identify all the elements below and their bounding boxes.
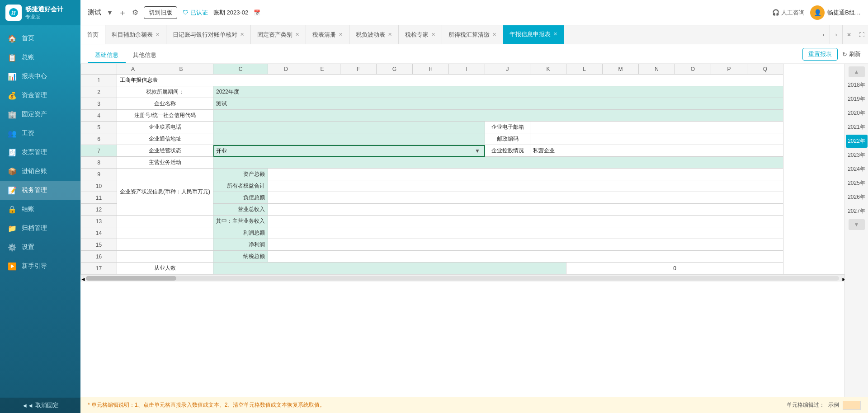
year-item-2021[interactable]: 2021年: [846, 121, 868, 134]
horizontal-scrollbar[interactable]: ◄ ►: [80, 274, 844, 282]
tab-income-tax[interactable]: 所得税汇算清缴 ✕: [442, 25, 503, 44]
tab-next-button[interactable]: ›: [830, 25, 843, 44]
col-header-b[interactable]: B: [149, 64, 213, 75]
sidebar-collapse-toggle[interactable]: ◄◄ 取消固定: [0, 398, 80, 413]
col-header-d[interactable]: D: [268, 64, 304, 75]
col-header-k[interactable]: K: [530, 64, 566, 75]
year-scroll-down[interactable]: ▼: [849, 219, 865, 230]
sidebar-item-settings[interactable]: ⚙️ 设置: [0, 238, 80, 257]
year-item-2026[interactable]: 2026年: [846, 191, 868, 204]
sidebar-item-purchase[interactable]: 📦 进销台账: [0, 162, 80, 181]
sidebar-item-close[interactable]: 🔒 结账: [0, 200, 80, 219]
year-item-2025[interactable]: 2025年: [846, 177, 868, 190]
sidebar-item-funds[interactable]: 💰 资金管理: [0, 86, 80, 105]
year-item-2020[interactable]: 2020年: [846, 107, 868, 120]
cell-17-value[interactable]: [213, 263, 566, 274]
calendar-icon[interactable]: 📅: [254, 9, 260, 16]
col-header-h[interactable]: H: [413, 64, 449, 75]
sidebar-item-archive[interactable]: 📁 归档管理: [0, 219, 80, 238]
cell-15-value[interactable]: [268, 239, 783, 251]
topbar-add-icon[interactable]: ＋: [118, 7, 127, 18]
year-item-2018[interactable]: 2018年: [846, 79, 868, 92]
year-item-2027[interactable]: 2027年: [846, 205, 868, 218]
topbar-user[interactable]: 👤 畅捷通B组…: [810, 5, 861, 20]
sidebar-item-tax[interactable]: 📝 税务管理: [0, 181, 80, 200]
col-header-i[interactable]: I: [449, 64, 485, 75]
cell-9-value[interactable]: [268, 169, 783, 180]
tab-tax-return-close[interactable]: ✕: [339, 32, 343, 38]
cell-17-count[interactable]: 0: [566, 263, 783, 274]
cell-4-value[interactable]: [213, 110, 783, 122]
col-header-f[interactable]: F: [340, 64, 377, 75]
sidebar-item-ledger[interactable]: 📋 总账: [0, 48, 80, 67]
tab-fixed-assets-cat[interactable]: 固定资产类别 ✕: [251, 25, 306, 44]
col-header-l[interactable]: L: [566, 64, 603, 75]
tab-journal-bank-close[interactable]: ✕: [240, 32, 244, 38]
year-item-2022[interactable]: 2022年: [846, 135, 868, 148]
cell-14-value[interactable]: [268, 227, 783, 239]
col-header-e[interactable]: E: [304, 64, 340, 75]
cell-13-value[interactable]: [268, 216, 783, 227]
tab-annual-report[interactable]: 年报信息申报表 ✕: [503, 25, 564, 44]
sidebar-item-invoice[interactable]: 🧾 发票管理: [0, 143, 80, 162]
year-item-2023[interactable]: 2023年: [846, 149, 868, 162]
col-header-a[interactable]: A: [117, 64, 149, 75]
cell-6-address[interactable]: [213, 133, 485, 145]
refresh-button[interactable]: ↻ 刷新: [842, 50, 861, 58]
topbar-dropdown-icon[interactable]: ▼: [107, 9, 113, 16]
topbar-gear-icon[interactable]: ⚙: [132, 8, 138, 17]
cell-3-value[interactable]: 测试: [213, 98, 783, 110]
tab-tax-expert-close[interactable]: ✕: [431, 32, 435, 38]
status-dropdown[interactable]: 开业 注销 吊销 迁出 撤销 ▼: [216, 148, 482, 154]
cell-12-value[interactable]: [268, 204, 783, 216]
col-header-m[interactable]: M: [603, 64, 639, 75]
sidebar-item-assets[interactable]: 🏢 固定资产: [0, 105, 80, 124]
tab-tax-return[interactable]: 税表清册 ✕: [306, 25, 349, 44]
spreadsheet-main[interactable]: A B C D E F G H I J K L M: [80, 64, 844, 397]
tab-tax-change[interactable]: 税负波动表 ✕: [349, 25, 399, 44]
tab-prev-button[interactable]: ‹: [817, 25, 830, 44]
year-scroll-up[interactable]: ▲: [849, 66, 865, 77]
col-header-c[interactable]: C: [213, 64, 268, 75]
col-header-n[interactable]: N: [639, 64, 675, 75]
sidebar-item-reports[interactable]: 📊 报表中心: [0, 67, 80, 86]
tab-aux-balance-close[interactable]: ✕: [156, 32, 160, 38]
tab-annual-report-close[interactable]: ✕: [553, 31, 557, 37]
cell-10-value[interactable]: [268, 180, 783, 192]
tab-aux-balance[interactable]: 科目辅助余额表 ✕: [105, 25, 166, 44]
col-header-o[interactable]: O: [675, 64, 711, 75]
tab-fixed-assets-cat-close[interactable]: ✕: [295, 32, 299, 38]
cell-6-zip[interactable]: [530, 133, 783, 145]
cell-16-value[interactable]: [268, 251, 783, 263]
cell-7-status[interactable]: 开业 注销 吊销 迁出 撤销 ▼: [213, 145, 485, 157]
hscroll-thumb[interactable]: [86, 276, 176, 281]
cell-11-value[interactable]: [268, 192, 783, 204]
status-select[interactable]: 开业 注销 吊销 迁出 撤销: [216, 148, 455, 154]
reset-report-button[interactable]: 重置报表: [802, 48, 838, 61]
cell-5-phone[interactable]: [213, 122, 485, 133]
col-header-g[interactable]: G: [377, 64, 413, 75]
tab-expand-button[interactable]: ⛶: [855, 25, 868, 44]
tab-tax-expert[interactable]: 税检专家 ✕: [399, 25, 442, 44]
topbar-service[interactable]: 🎧 人工咨询: [772, 9, 805, 17]
cell-title[interactable]: 工商年报信息表: [117, 75, 783, 86]
year-item-2019[interactable]: 2019年: [846, 93, 868, 106]
col-header-j[interactable]: J: [485, 64, 530, 75]
cell-7-holding[interactable]: 私营企业: [530, 145, 783, 157]
sidebar-item-home[interactable]: 🏠 首页: [0, 29, 80, 48]
sidebar-item-guide[interactable]: ▶️ 新手引导: [0, 257, 80, 276]
hscroll-right-btn[interactable]: ►: [841, 276, 844, 281]
sub-tab-basic[interactable]: 基础信息: [88, 48, 126, 63]
tab-journal-bank[interactable]: 日记账与银行对账单核对 ✕: [166, 25, 251, 44]
tab-income-tax-close[interactable]: ✕: [492, 32, 496, 38]
sidebar-item-salary[interactable]: 👥 工资: [0, 124, 80, 143]
tab-close-all-button[interactable]: ✕: [843, 25, 855, 44]
sub-tab-other[interactable]: 其他信息: [126, 48, 164, 63]
year-item-2024[interactable]: 2024年: [846, 163, 868, 176]
col-header-p[interactable]: P: [711, 64, 747, 75]
tab-tax-change-close[interactable]: ✕: [388, 32, 392, 38]
topbar-old-version-button[interactable]: 切到旧版: [144, 6, 177, 19]
cell-5-email[interactable]: [530, 122, 783, 133]
tab-home[interactable]: 首页: [80, 25, 105, 44]
cell-8-value[interactable]: [213, 157, 783, 169]
